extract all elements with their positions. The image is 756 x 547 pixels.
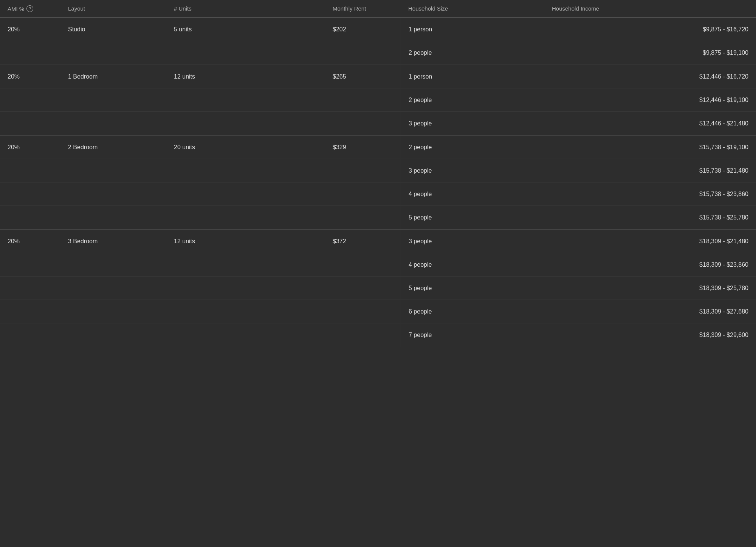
table-row: 6 people$18,309 - $27,680 [0, 300, 756, 323]
rent-cell: $329 [325, 136, 401, 159]
household-income-cell: $15,738 - $23,860 [544, 182, 756, 206]
ami-help-icon[interactable]: ? [26, 5, 33, 12]
ami-cell [0, 253, 60, 276]
household-income-cell: $18,309 - $23,860 [544, 253, 756, 276]
household-size-cell: 2 people [401, 41, 544, 65]
table-row-group: 20%2 Bedroom20 units$3292 people$15,738 … [0, 136, 756, 230]
ami-cell [0, 206, 60, 229]
ami-cell [0, 112, 60, 135]
household-size-cell: 3 people [401, 230, 544, 253]
units-cell [166, 88, 325, 111]
ami-cell [0, 182, 60, 206]
rent-cell [325, 253, 401, 276]
units-cell [166, 323, 325, 347]
layout-cell [60, 41, 166, 65]
household-income-cell: $18,309 - $29,600 [544, 323, 756, 347]
household-size-cell: 5 people [401, 277, 544, 300]
rent-cell: $202 [325, 18, 401, 41]
layout-cell: Studio [60, 18, 166, 41]
household-size-column-header: Household Size [401, 5, 544, 12]
ami-cell [0, 88, 60, 111]
table-row: 4 people$15,738 - $23,860 [0, 182, 756, 206]
units-cell [166, 300, 325, 323]
ami-column-header: AMI % ? [0, 5, 60, 12]
units-cell [166, 206, 325, 229]
household-income-cell: $9,875 - $19,100 [544, 41, 756, 65]
layout-cell [60, 112, 166, 135]
household-income-cell: $12,446 - $16,720 [544, 65, 756, 88]
household-income-cell: $15,738 - $21,480 [544, 159, 756, 182]
table-row: 20%1 Bedroom12 units$2651 person$12,446 … [0, 65, 756, 88]
ami-cell [0, 323, 60, 347]
table-header: AMI % ? Layout # Units Monthly Rent Hous… [0, 0, 756, 18]
ami-cell: 20% [0, 136, 60, 159]
rent-cell [325, 323, 401, 347]
rent-cell: $372 [325, 230, 401, 253]
rent-cell [325, 206, 401, 229]
units-cell [166, 253, 325, 276]
household-income-cell: $9,875 - $16,720 [544, 18, 756, 41]
layout-cell: 1 Bedroom [60, 65, 166, 88]
units-cell [166, 277, 325, 300]
units-cell [166, 159, 325, 182]
rent-cell [325, 300, 401, 323]
rent-cell [325, 112, 401, 135]
household-income-column-header: Household Income [544, 5, 756, 12]
table-row: 5 people$15,738 - $25,780 [0, 206, 756, 229]
rent-cell [325, 277, 401, 300]
ami-cell [0, 277, 60, 300]
household-income-cell: $18,309 - $21,480 [544, 230, 756, 253]
layout-cell: 3 Bedroom [60, 230, 166, 253]
rent-cell [325, 159, 401, 182]
units-cell [166, 182, 325, 206]
rent-cell: $265 [325, 65, 401, 88]
layout-cell [60, 323, 166, 347]
ami-cell: 20% [0, 18, 60, 41]
units-cell: 20 units [166, 136, 325, 159]
table-row: 3 people$12,446 - $21,480 [0, 112, 756, 135]
units-cell: 12 units [166, 230, 325, 253]
layout-cell [60, 253, 166, 276]
table-row: 20%Studio5 units$2021 person$9,875 - $16… [0, 18, 756, 41]
household-size-cell: 3 people [401, 159, 544, 182]
table-row: 2 people$9,875 - $19,100 [0, 41, 756, 65]
table-row-group: 20%1 Bedroom12 units$2651 person$12,446 … [0, 65, 756, 136]
household-size-cell: 5 people [401, 206, 544, 229]
rent-cell [325, 88, 401, 111]
table-row: 20%3 Bedroom12 units$3723 people$18,309 … [0, 230, 756, 253]
units-cell [166, 112, 325, 135]
table-row: 7 people$18,309 - $29,600 [0, 323, 756, 347]
ami-cell [0, 300, 60, 323]
table-row: 4 people$18,309 - $23,860 [0, 253, 756, 277]
household-income-cell: $12,446 - $19,100 [544, 88, 756, 111]
rent-cell [325, 41, 401, 65]
units-column-header: # Units [166, 5, 325, 12]
table-row-group: 20%Studio5 units$2021 person$9,875 - $16… [0, 18, 756, 65]
household-size-cell: 3 people [401, 112, 544, 135]
ami-table: AMI % ? Layout # Units Monthly Rent Hous… [0, 0, 756, 347]
household-size-cell: 1 person [401, 65, 544, 88]
units-cell: 12 units [166, 65, 325, 88]
household-size-cell: 4 people [401, 182, 544, 206]
household-size-cell: 4 people [401, 253, 544, 276]
units-cell [166, 41, 325, 65]
household-income-cell: $15,738 - $25,780 [544, 206, 756, 229]
table-row: 5 people$18,309 - $25,780 [0, 277, 756, 300]
household-size-cell: 2 people [401, 136, 544, 159]
ami-cell: 20% [0, 230, 60, 253]
layout-cell: 2 Bedroom [60, 136, 166, 159]
rent-column-header: Monthly Rent [325, 5, 401, 12]
table-row-group: 20%3 Bedroom12 units$3723 people$18,309 … [0, 230, 756, 347]
ami-cell: 20% [0, 65, 60, 88]
layout-cell [60, 88, 166, 111]
layout-cell [60, 300, 166, 323]
rent-cell [325, 182, 401, 206]
units-cell: 5 units [166, 18, 325, 41]
ami-cell [0, 159, 60, 182]
ami-label: AMI % [8, 6, 24, 12]
ami-cell [0, 41, 60, 65]
household-income-cell: $18,309 - $25,780 [544, 277, 756, 300]
household-size-cell: 6 people [401, 300, 544, 323]
table-row: 3 people$15,738 - $21,480 [0, 159, 756, 182]
layout-cell [60, 206, 166, 229]
